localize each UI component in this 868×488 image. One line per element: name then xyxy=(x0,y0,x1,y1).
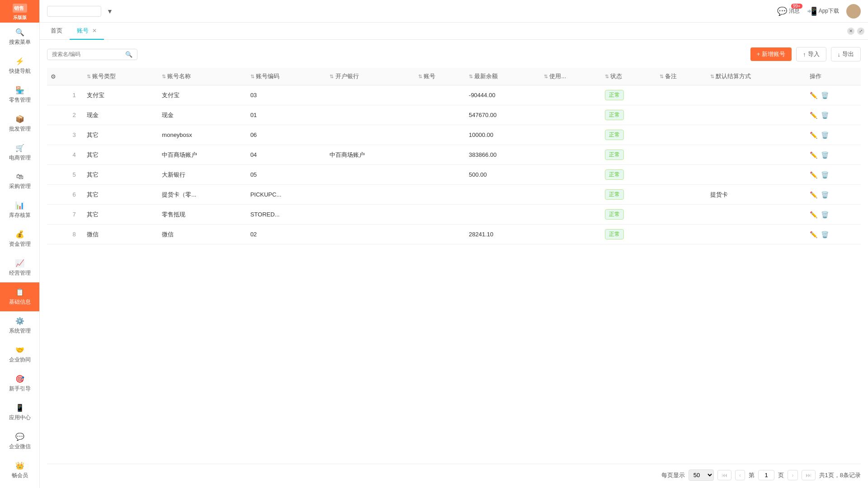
page-last-btn[interactable]: ⏭ xyxy=(802,470,816,480)
user-avatar[interactable] xyxy=(846,4,861,19)
row-code: 05 xyxy=(247,165,326,185)
sidebar-item-label-member: 畅会员 xyxy=(12,472,28,479)
sidebar-item-enterprise-wechat[interactable]: 💬 企业微信 xyxy=(0,427,39,456)
col-default-settle[interactable]: 默认结算方式 xyxy=(707,68,806,85)
row-settings-col xyxy=(47,185,65,205)
message-button[interactable]: 💬 99+ 消息 xyxy=(777,6,800,16)
col-bank[interactable]: 开户银行 xyxy=(326,68,414,85)
sidebar-item-label-inventory: 库存核算 xyxy=(9,211,31,219)
row-code: STORED... xyxy=(247,205,326,225)
dropdown-button[interactable]: ▼ xyxy=(107,8,113,15)
delete-icon[interactable]: 🗑️ xyxy=(821,231,829,238)
sidebar-item-quick-nav[interactable]: ⚡ 快捷导航 xyxy=(0,52,39,80)
row-default-settle xyxy=(707,145,806,165)
edit-icon[interactable]: ✏️ xyxy=(810,231,817,238)
sidebar-item-label-enterprise-wechat: 企业微信 xyxy=(9,443,31,450)
page-first-btn[interactable]: ⏮ xyxy=(717,470,731,480)
sidebar-item-purchase[interactable]: 🛍 采购管理 xyxy=(0,167,39,196)
delete-icon[interactable]: 🗑️ xyxy=(821,131,829,139)
row-name: 现金 xyxy=(158,105,246,125)
enterprise-icon: 🤝 xyxy=(15,346,24,354)
sidebar-item-enterprise[interactable]: 🤝 企业协同 xyxy=(0,340,39,369)
page-prev-btn[interactable]: ‹ xyxy=(735,470,745,480)
add-account-button[interactable]: + 新增账号 xyxy=(750,47,792,61)
col-num xyxy=(65,68,83,85)
row-num: 4 xyxy=(65,145,83,165)
status-badge: 正常 xyxy=(605,189,624,200)
retail-icon: 🏪 xyxy=(15,86,24,94)
export-button[interactable]: ↓ 导出 xyxy=(831,47,861,61)
edit-icon[interactable]: ✏️ xyxy=(810,151,817,159)
delete-icon[interactable]: 🗑️ xyxy=(821,112,829,119)
window-close-btn[interactable]: ✕ xyxy=(847,28,854,35)
row-code: 04 xyxy=(247,145,326,165)
sidebar-item-wholesale[interactable]: 📦 批发管理 xyxy=(0,109,39,138)
sidebar-item-label-purchase: 采购管理 xyxy=(9,183,31,190)
col-type[interactable]: 账号类型 xyxy=(83,68,158,85)
row-action: ✏️ 🗑️ xyxy=(806,165,861,185)
delete-icon[interactable]: 🗑️ xyxy=(821,151,829,159)
sidebar-item-label-enterprise: 企业协同 xyxy=(9,356,31,364)
tab-account[interactable]: 账号 ✕ xyxy=(70,23,104,40)
row-note xyxy=(656,85,707,105)
delete-icon[interactable]: 🗑️ xyxy=(821,211,829,218)
table-row: 7 其它 零售抵现 STORED... 正常 ✏️ 🗑️ xyxy=(47,205,861,225)
message-label: 消息 xyxy=(789,7,800,15)
page-suffix: 页 xyxy=(778,471,784,479)
sidebar-item-newbie[interactable]: 🎯 新手引导 xyxy=(0,369,39,398)
table-row: 2 现金 现金 01 547670.00 正常 ✏️ 🗑️ xyxy=(47,105,861,125)
tab-account-close[interactable]: ✕ xyxy=(92,28,97,34)
sidebar-item-basic-info[interactable]: 📋 基础信息 xyxy=(0,282,39,311)
sidebar-item-retail[interactable]: 🏪 零售管理 xyxy=(0,80,39,109)
tab-home[interactable]: 首页 xyxy=(43,23,70,40)
sidebar-item-label-app-center: 应用中心 xyxy=(9,414,31,422)
col-status[interactable]: 状态 xyxy=(601,68,656,85)
member-icon: 👑 xyxy=(15,461,24,470)
import-button[interactable]: ↑ 导入 xyxy=(796,47,826,61)
col-balance[interactable]: 最新余额 xyxy=(465,68,540,85)
sidebar-item-ecommerce[interactable]: 🛒 电商管理 xyxy=(0,138,39,167)
finance-icon: 💰 xyxy=(15,230,24,239)
edit-icon[interactable]: ✏️ xyxy=(810,112,817,119)
edit-icon[interactable]: ✏️ xyxy=(810,92,817,99)
per-page-select[interactable]: 50 100 200 xyxy=(689,469,714,481)
row-account xyxy=(415,125,465,145)
sidebar-item-finance[interactable]: 💰 资金管理 xyxy=(0,225,39,253)
col-account[interactable]: 账号 xyxy=(415,68,465,85)
row-usage xyxy=(540,225,601,244)
edit-icon[interactable]: ✏️ xyxy=(810,131,817,139)
sidebar-item-search-menu[interactable]: 🔍 搜索菜单 xyxy=(0,23,39,52)
col-note[interactable]: 备注 xyxy=(656,68,707,85)
row-action: ✏️ 🗑️ xyxy=(806,85,861,105)
sidebar-item-app-center[interactable]: 📱 应用中心 xyxy=(0,398,39,427)
download-button[interactable]: 📲 App下载 xyxy=(807,6,839,16)
app-center-icon: 📱 xyxy=(15,404,24,412)
settings-icon[interactable]: ⚙ xyxy=(51,73,56,80)
row-note xyxy=(656,205,707,225)
edit-icon[interactable]: ✏️ xyxy=(810,211,817,218)
sidebar-item-system[interactable]: ⚙️ 系统管理 xyxy=(0,311,39,340)
sidebar-item-label-quick-nav: 快捷导航 xyxy=(9,67,31,75)
window-expand-btn[interactable]: ⤢ xyxy=(857,28,864,35)
account-search-input[interactable] xyxy=(52,51,123,57)
page-next-btn[interactable]: › xyxy=(788,470,797,480)
delete-icon[interactable]: 🗑️ xyxy=(821,191,829,198)
edit-icon[interactable]: ✏️ xyxy=(810,191,817,198)
col-code[interactable]: 账号编码 xyxy=(247,68,326,85)
top-search-input[interactable] xyxy=(47,6,101,17)
sidebar-item-inventory[interactable]: 📊 库存核算 xyxy=(0,196,39,225)
sidebar-item-operation[interactable]: 📈 经营管理 xyxy=(0,253,39,282)
col-name[interactable]: 账号名称 xyxy=(158,68,246,85)
sidebar-item-member[interactable]: 👑 畅会员 xyxy=(0,456,39,485)
download-label: App下载 xyxy=(819,7,839,15)
row-bank xyxy=(326,185,414,205)
delete-icon[interactable]: 🗑️ xyxy=(821,92,829,99)
row-status: 正常 xyxy=(601,125,656,145)
row-balance xyxy=(465,205,540,225)
edit-icon[interactable]: ✏️ xyxy=(810,171,817,178)
table-row: 4 其它 中百商场账户 04 中百商场账户 383866.00 正常 ✏️ 🗑️ xyxy=(47,145,861,165)
col-usage[interactable]: 使用... xyxy=(540,68,601,85)
page-number-input[interactable] xyxy=(758,470,774,480)
row-usage xyxy=(540,205,601,225)
delete-icon[interactable]: 🗑️ xyxy=(821,171,829,178)
